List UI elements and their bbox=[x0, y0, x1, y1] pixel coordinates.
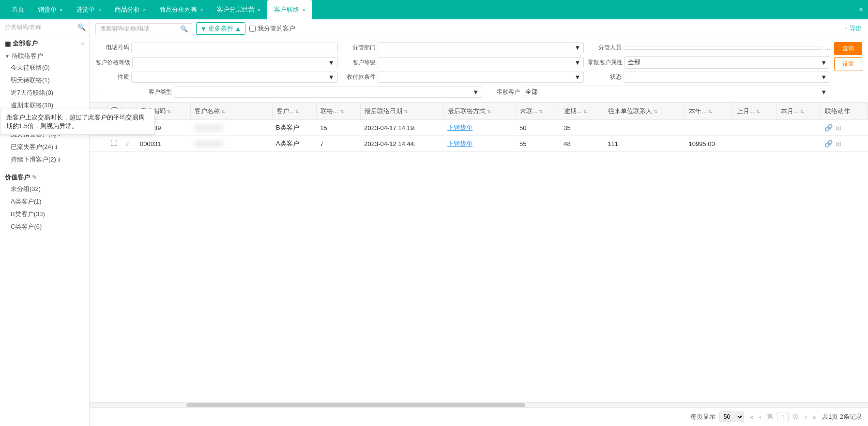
th-this-year[interactable]: 本年... ⇅ bbox=[685, 103, 733, 120]
sidebar-item-c-class[interactable]: C类客户(6) bbox=[0, 220, 89, 233]
manager-label: 分管人员 bbox=[588, 44, 622, 52]
row2-method-link[interactable]: 下销货单 bbox=[447, 140, 472, 147]
filter-row-3: 性质 ▼ 收付款条件 ▼ bbox=[95, 72, 830, 83]
filter-phone-cell: 电话号码 bbox=[95, 43, 338, 53]
row2-grid-icon[interactable]: ⊞ bbox=[836, 140, 841, 147]
row2-action-cell: 🔗 ⊞ bbox=[821, 136, 868, 152]
current-page-input[interactable]: 1 bbox=[777, 412, 789, 422]
nav-close-purchase-order[interactable]: × bbox=[98, 7, 101, 13]
cust-type-select[interactable]: ▼ bbox=[174, 87, 482, 98]
manager-select[interactable] bbox=[624, 46, 823, 50]
gender-label: 性质 bbox=[95, 73, 129, 81]
nav-sales-order[interactable]: 销货单 × bbox=[31, 0, 69, 19]
sidebar-item-declining[interactable]: 持续下滑客户(2) ℹ bbox=[0, 153, 89, 166]
row1-grid-icon[interactable]: ⊞ bbox=[836, 124, 841, 132]
nav-product-analysis-list[interactable]: 商品分析列表 × bbox=[152, 0, 210, 19]
scroll-thumb[interactable] bbox=[186, 403, 525, 407]
th-contact[interactable]: 联络... ⇅ bbox=[316, 103, 360, 120]
phone-input[interactable] bbox=[131, 43, 338, 53]
retail-cust-label: 零散客户 bbox=[486, 88, 520, 96]
nav-purchase-order[interactable]: 进货单 × bbox=[69, 0, 107, 19]
th-name[interactable]: 客户名称 ⇅ bbox=[190, 103, 272, 120]
gender-select[interactable]: ▼ bbox=[131, 72, 338, 83]
retail-cust-select[interactable]: 全部 ▼ bbox=[522, 86, 830, 98]
row2-name bbox=[190, 136, 272, 152]
th-last-contact-method[interactable]: 最后联络方式 ⇅ bbox=[443, 103, 516, 120]
nav-close-customer-segmentation[interactable]: × bbox=[258, 7, 260, 13]
grid-icon: ▦ bbox=[5, 40, 11, 47]
my-customers-checkbox-label[interactable]: 我分管的客户 bbox=[249, 24, 295, 33]
filter-search-icon[interactable]: 🔍 bbox=[180, 25, 188, 32]
table-row: 1 000039 B类客户 15 2023-04-17 14:19: 下销货单 … bbox=[90, 120, 868, 136]
horizontal-scrollbar[interactable] bbox=[90, 402, 868, 407]
sidebar-item-today[interactable]: 今天待联络(0) bbox=[0, 61, 89, 74]
status-label: 状态 bbox=[588, 73, 622, 81]
nav-close-customer-contact[interactable]: × bbox=[302, 7, 305, 13]
sidebar-group-pending[interactable]: ▼ 待联络客户 bbox=[0, 50, 89, 61]
sidebar-all-customers-section: ▦ 全部客户 » bbox=[0, 35, 89, 50]
payment-label: 收付款条件 bbox=[342, 73, 376, 81]
row2-overdue: 48 bbox=[560, 136, 604, 152]
sidebar-item-b-class[interactable]: B类客户(33) bbox=[0, 208, 89, 220]
sidebar-item-a-class[interactable]: A类客户(1) bbox=[0, 195, 89, 208]
chevron-up-icon: ▲ bbox=[235, 25, 241, 32]
row1-method-link[interactable]: 下销货单 bbox=[447, 124, 472, 131]
payment-select[interactable]: ▼ bbox=[378, 72, 584, 83]
sort-icon-lcm: ⇅ bbox=[487, 109, 491, 114]
filter-bar: 🔍 ▼ 更多条件 ▲ 我分管的客户 ↑ 导出 bbox=[90, 19, 868, 38]
per-page-select[interactable]: 50 100 200 bbox=[719, 411, 744, 422]
row1-link-icon[interactable]: 🔗 bbox=[824, 124, 833, 132]
nav-close-product-analysis[interactable]: × bbox=[143, 7, 146, 13]
th-this-month[interactable]: 本月... ⇅ bbox=[777, 103, 821, 120]
sidebar-collapse-button[interactable]: » bbox=[81, 40, 84, 47]
sort-icon-lcd: ⇅ bbox=[404, 109, 408, 114]
sidebar-item-7days[interactable]: 近7天待联络(0) bbox=[0, 87, 89, 99]
sidebar-all-customers-title[interactable]: ▦ 全部客户 bbox=[5, 39, 38, 48]
sidebar-item-lost[interactable]: 已流失客户(24) ℹ bbox=[0, 141, 89, 153]
manager-dots[interactable]: ... bbox=[825, 44, 830, 51]
my-customers-checkbox[interactable] bbox=[249, 26, 256, 32]
query-button[interactable]: 查询 bbox=[834, 42, 862, 55]
th-unit-contact[interactable]: 往来单位联系人 ⇅ bbox=[604, 103, 685, 120]
set-button[interactable]: 设置 bbox=[834, 57, 862, 71]
dept-select[interactable]: ▼ bbox=[378, 42, 584, 53]
price-grade-select[interactable]: ▼ bbox=[132, 57, 338, 68]
extra-dots[interactable]: ... bbox=[95, 88, 101, 96]
filter-status-cell: 状态 ▼ bbox=[588, 72, 830, 83]
retail-attr-select[interactable]: 全部 ▼ bbox=[624, 56, 830, 69]
th-type[interactable]: 客户... ⇅ bbox=[272, 103, 316, 120]
nav-close-all-button[interactable]: × bbox=[859, 5, 863, 14]
nav-customer-contact[interactable]: 客户联络 × bbox=[267, 0, 312, 19]
edit-icon[interactable]: ✎ bbox=[32, 174, 37, 181]
last-page-button[interactable]: » bbox=[811, 412, 818, 422]
row2-link-icon[interactable]: 🔗 bbox=[824, 140, 833, 147]
filter-more-button[interactable]: ▼ 更多条件 ▲ bbox=[196, 22, 245, 35]
row2-checkbox[interactable] bbox=[111, 140, 117, 146]
first-page-button[interactable]: « bbox=[748, 412, 755, 422]
cust-grade-select[interactable]: ▼ bbox=[378, 57, 584, 68]
customer-table: ⚙ 客户编码 ⇅ bbox=[90, 103, 868, 152]
nav-product-analysis[interactable]: 商品分析 × bbox=[108, 0, 152, 19]
th-uncontacted[interactable]: 未联... ⇅ bbox=[516, 103, 560, 120]
th-overdue[interactable]: 逾期... ⇅ bbox=[560, 103, 604, 120]
th-last-month[interactable]: 上月... ⇅ bbox=[732, 103, 777, 120]
filter-row-4: ... 客户类型 ▼ 零散客户 全部 bbox=[95, 86, 830, 98]
row2-checkbox-cell bbox=[107, 136, 122, 152]
total-label: 共1页 2条记录 bbox=[822, 412, 862, 421]
filter-search-input[interactable] bbox=[100, 25, 180, 32]
nav-home[interactable]: 首页 bbox=[5, 0, 31, 19]
sidebar-search-icon[interactable]: 🔍 bbox=[77, 23, 86, 31]
export-button[interactable]: ↑ 导出 bbox=[845, 24, 863, 33]
next-page-button[interactable]: › bbox=[803, 412, 808, 422]
nav-customer-segmentation[interactable]: 客户分层经营 × bbox=[210, 0, 267, 19]
sidebar-item-ungroup[interactable]: 未分组(32) bbox=[0, 183, 89, 195]
th-last-contact-date[interactable]: 最后联络日期 ⇅ bbox=[360, 103, 443, 120]
prev-page-button[interactable]: ‹ bbox=[757, 412, 763, 422]
sidebar-item-tomorrow[interactable]: 明天待联络(1) bbox=[0, 74, 89, 87]
row2-settings bbox=[90, 136, 107, 152]
sidebar-search-input[interactable] bbox=[5, 24, 77, 30]
nav-close-sales-order[interactable]: × bbox=[60, 7, 62, 13]
nav-close-product-analysis-list[interactable]: × bbox=[200, 7, 203, 13]
row2-num: 2 bbox=[122, 136, 136, 152]
status-select[interactable]: ▼ bbox=[624, 72, 830, 83]
